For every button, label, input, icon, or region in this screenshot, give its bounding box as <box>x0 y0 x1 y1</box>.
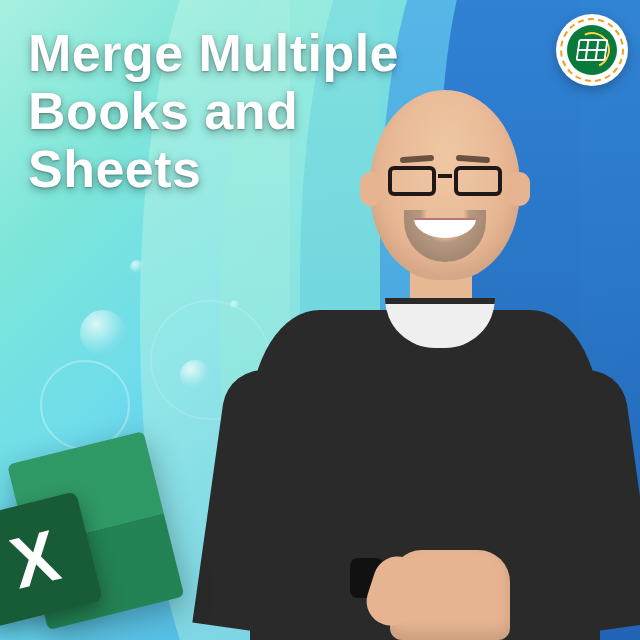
presenter-photo <box>210 120 630 640</box>
excel-x-letter: X <box>3 514 67 605</box>
presenter-collar <box>385 298 495 348</box>
badge-core-icon <box>567 25 617 75</box>
ear-icon <box>360 172 382 206</box>
hands-icon <box>390 550 510 640</box>
lens-icon <box>388 166 436 196</box>
presenter-head <box>370 90 520 280</box>
bridge-icon <box>438 174 452 178</box>
headline-line: Merge Multiple <box>28 24 600 82</box>
sheet-pivot-badge <box>556 14 628 86</box>
bg-bubble <box>130 260 144 274</box>
bg-bubble <box>80 310 126 356</box>
lens-icon <box>454 166 502 196</box>
brow-icon <box>400 155 434 163</box>
presenter-shirt <box>250 310 600 640</box>
glasses-icon <box>388 166 502 198</box>
brow-icon <box>456 155 490 163</box>
thumbnail-stage: Merge Multiple Books and Sheets <box>0 0 640 640</box>
bg-bubble <box>180 360 210 390</box>
spreadsheet-grid-icon <box>575 39 608 61</box>
mouth-icon <box>414 218 476 238</box>
ear-icon <box>508 172 530 206</box>
